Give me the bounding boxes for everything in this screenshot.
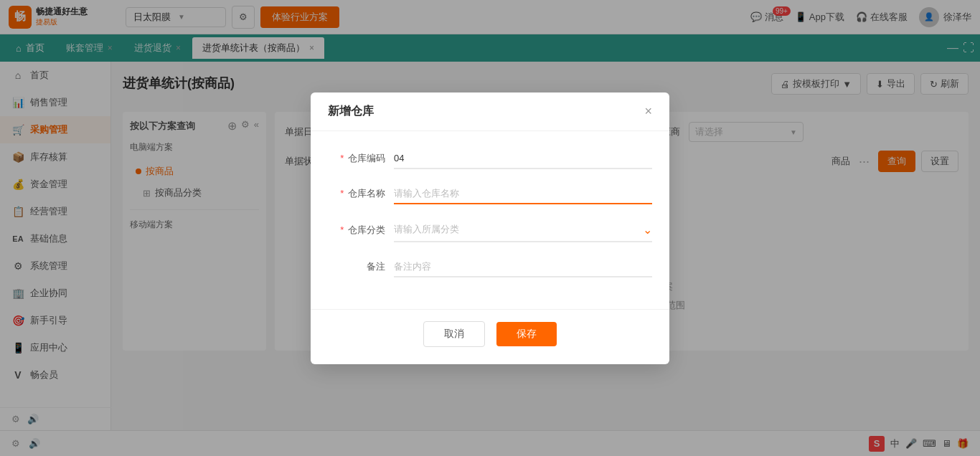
form-row-name: * 仓库名称 [328, 184, 652, 204]
modal-header: 新增仓库 × [311, 92, 669, 131]
remark-label: 备注 [328, 260, 385, 273]
warehouse-code-input[interactable] [394, 148, 652, 169]
form-row-category: * 仓库分类 请输入所属分类 ⌄ [328, 219, 652, 242]
modal-close-button[interactable]: × [644, 104, 652, 119]
warehouse-remark-input[interactable] [394, 257, 652, 277]
required-star-category: * [340, 224, 344, 235]
form-row-remark: 备注 [328, 257, 652, 277]
category-label: * 仓库分类 [328, 224, 385, 237]
save-button[interactable]: 保存 [496, 322, 557, 346]
code-label: * 仓库编码 [328, 152, 385, 165]
required-star-code: * [340, 153, 344, 163]
modal-title: 新增仓库 [328, 104, 374, 119]
modal-overlay: 新增仓库 × * 仓库编码 * 仓库名称 [0, 0, 980, 456]
required-star-name: * [340, 188, 344, 199]
name-label: * 仓库名称 [328, 187, 385, 200]
modal-body: * 仓库编码 * 仓库名称 * 仓库分类 请输入所属 [311, 131, 669, 309]
warehouse-category-select[interactable]: 请输入所属分类 ⌄ [394, 219, 652, 242]
add-warehouse-modal: 新增仓库 × * 仓库编码 * 仓库名称 [311, 92, 669, 364]
category-arrow-icon: ⌄ [643, 223, 652, 237]
cancel-button[interactable]: 取消 [423, 321, 485, 347]
form-row-code: * 仓库编码 [328, 148, 652, 169]
modal-footer: 取消 保存 [311, 310, 669, 364]
warehouse-name-input[interactable] [394, 184, 652, 204]
